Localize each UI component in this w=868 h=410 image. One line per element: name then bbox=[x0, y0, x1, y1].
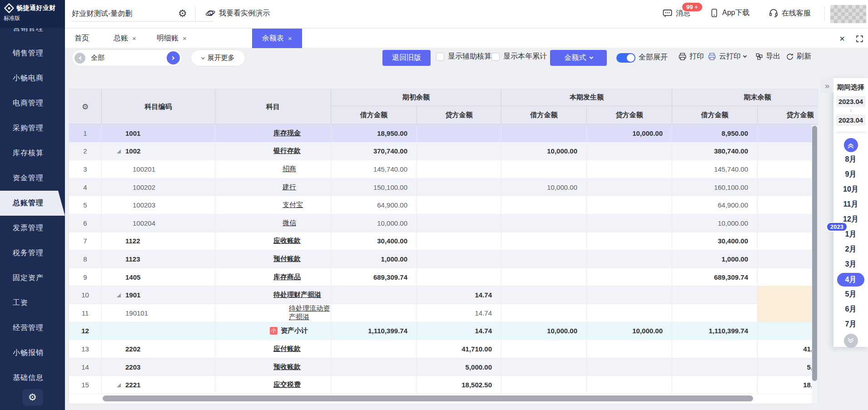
sidebar-item-label: 发票管理 bbox=[13, 223, 44, 233]
sidebar-item-采购管理[interactable]: 采购管理 bbox=[0, 116, 65, 141]
column-settings-button[interactable]: ⚙ bbox=[69, 89, 102, 124]
account-subject-link[interactable]: 银行存款 bbox=[273, 147, 301, 155]
period-from[interactable]: 2023.04 bbox=[836, 96, 865, 107]
table-row[interactable]: 4100202建行150,100.0010,000.00160,100.00 bbox=[69, 178, 818, 197]
chevron-right-icon[interactable] bbox=[167, 51, 180, 64]
scroll-down-button[interactable] bbox=[844, 334, 858, 348]
show-year-total-checkbox[interactable]: 显示本年累计 bbox=[491, 52, 547, 61]
subject-filter-value: 全部 bbox=[91, 54, 104, 62]
account-subject-link[interactable]: 应付账款 bbox=[273, 345, 301, 353]
show-aux-accounting-checkbox[interactable]: 显示辅助核算 bbox=[436, 52, 491, 61]
table-row[interactable]: 81123预付账款1,000.001,000.00 bbox=[69, 250, 818, 268]
amount-cell-qm_j: 10,000.00 bbox=[672, 214, 758, 232]
tab-明细账[interactable]: 明细账× bbox=[148, 29, 196, 48]
sidebar-scrollbar[interactable] bbox=[866, 27, 868, 46]
amount-cell-bq_j: 10,000.00 bbox=[501, 178, 587, 197]
account-subject-link[interactable]: 待处理财产损溢 bbox=[273, 291, 321, 299]
tab-首页[interactable]: 首页 bbox=[68, 29, 96, 48]
collapse-triangle-icon[interactable] bbox=[117, 383, 121, 387]
month-1月[interactable]: 20231月 bbox=[837, 227, 864, 242]
print-button[interactable]: 打印 bbox=[678, 52, 704, 61]
period-panel-collapse-button[interactable]: » bbox=[821, 79, 833, 93]
table-row[interactable]: 3100201招商145,740.00145,740.00 bbox=[69, 160, 818, 178]
account-subject-link[interactable]: 预付账款 bbox=[273, 255, 301, 263]
sidebar-item-工资[interactable]: 工资 bbox=[0, 291, 65, 316]
account-subject-link[interactable]: 库存现金 bbox=[273, 129, 301, 138]
sidebar-item-资金管理[interactable]: 资金管理 bbox=[0, 166, 65, 191]
avatar[interactable] bbox=[830, 5, 866, 23]
sidebar-settings-button[interactable]: ⚙ bbox=[22, 389, 43, 405]
tab-close-icon[interactable]: × bbox=[183, 35, 187, 42]
tab-总账[interactable]: 总账× bbox=[105, 29, 145, 48]
month-3月[interactable]: 3月 bbox=[837, 257, 864, 272]
online-service-button[interactable]: 在线客服 bbox=[769, 8, 811, 18]
account-subject-link[interactable]: 待处理流动资产损溢 bbox=[289, 304, 331, 321]
month-6月[interactable]: 6月 bbox=[837, 302, 864, 317]
vertical-scrollbar[interactable] bbox=[812, 126, 817, 381]
month-2月[interactable]: 2月 bbox=[837, 242, 864, 257]
sidebar-item-库存核算[interactable]: 库存核算 bbox=[0, 141, 65, 166]
account-subject-link[interactable]: 预收账款 bbox=[273, 363, 301, 371]
refresh-button[interactable]: 刷新 bbox=[786, 52, 811, 61]
collapse-triangle-icon[interactable] bbox=[117, 293, 121, 297]
table-row[interactable]: 11001库存现金18,950.0010,000.008,950.00 bbox=[69, 124, 818, 143]
tab-余额表[interactable]: 余额表× bbox=[252, 29, 302, 48]
sidebar-item-经营管理[interactable]: 经营管理 bbox=[0, 316, 65, 341]
account-subject-link[interactable]: 应交税费 bbox=[273, 380, 301, 389]
sidebar-item-基础信息[interactable]: 基础信息 bbox=[0, 366, 65, 390]
month-10月[interactable]: 10月 bbox=[837, 182, 864, 197]
table-row[interactable]: 142203预收账款5,000.005,000.00 bbox=[69, 358, 818, 376]
month-8月[interactable]: 8月 bbox=[837, 152, 864, 167]
table-row[interactable]: 152221应交税费18,502.5018,502.50 bbox=[69, 376, 818, 394]
month-7月[interactable]: 7月 bbox=[837, 317, 864, 332]
export-button[interactable]: 导出 bbox=[755, 52, 780, 61]
expand-all-toggle[interactable] bbox=[616, 53, 635, 63]
sidebar-item-销售管理[interactable]: 销售管理 bbox=[0, 41, 65, 66]
close-icon[interactable]: × bbox=[837, 34, 847, 44]
month-9月[interactable]: 9月 bbox=[837, 167, 864, 182]
account-subject-link[interactable]: 应收账款 bbox=[273, 237, 301, 245]
revert-old-version-button[interactable]: 退回旧版 bbox=[382, 50, 431, 66]
table-row[interactable]: 5100203支付宝64,900.0064,900.00 bbox=[69, 196, 818, 214]
account-subject-link[interactable]: 招商 bbox=[283, 165, 296, 173]
scroll-up-button[interactable] bbox=[844, 138, 858, 152]
table-row[interactable]: 132202应付账款41,710.0041,710.00 bbox=[69, 340, 818, 358]
amount-style-dropdown[interactable]: 金额式 bbox=[550, 50, 607, 66]
sidebar-item-固定资产[interactable]: 固定资产 bbox=[0, 266, 65, 291]
period-to[interactable]: 2023.04 bbox=[836, 114, 865, 126]
sidebar-item-小畅电商[interactable]: 小畅电商 bbox=[0, 66, 65, 91]
demo-link[interactable]: 我要看实例演示 bbox=[205, 8, 270, 18]
table-row[interactable]: 6100204微信10,000.0010,000.00 bbox=[69, 214, 818, 232]
sidebar-item-发票管理[interactable]: 发票管理 bbox=[0, 216, 65, 241]
amount-cell-qc_d bbox=[417, 268, 501, 287]
month-11月[interactable]: 11月 bbox=[837, 197, 864, 212]
sidebar-item-小畅报销[interactable]: 小畅报销 bbox=[0, 341, 65, 366]
table-row[interactable]: 12小资产小计1,110,399.7414.7410,000.0010,000.… bbox=[69, 322, 818, 341]
table-row[interactable]: 91405库存商品689,309.74689,309.74 bbox=[69, 268, 818, 287]
account-select[interactable]: 好业财测试-量勿删 bbox=[72, 6, 213, 22]
account-subject-link[interactable]: 库存商品 bbox=[273, 273, 301, 282]
table-row[interactable]: 21002银行存款370,740.0010,000.00380,740.00 bbox=[69, 143, 818, 161]
table-row[interactable]: 71122应收账款30,400.0030,400.00 bbox=[69, 232, 818, 251]
table-row[interactable]: 11190101待处理流动资产损溢14.74 bbox=[69, 304, 818, 322]
gear-icon[interactable]: ⚙ bbox=[178, 8, 187, 20]
sidebar-item-税务管理[interactable]: 税务管理 bbox=[0, 241, 65, 266]
chevron-left-icon[interactable] bbox=[74, 53, 85, 64]
horizontal-scrollbar[interactable] bbox=[103, 395, 753, 401]
month-4月[interactable]: 4月 bbox=[837, 273, 864, 287]
account-subject-link[interactable]: 支付宝 bbox=[283, 201, 303, 209]
app-download-button[interactable]: App下载 bbox=[709, 8, 749, 18]
tab-close-icon[interactable]: × bbox=[288, 35, 292, 42]
tab-close-icon[interactable]: × bbox=[132, 35, 136, 42]
collapse-triangle-icon[interactable] bbox=[117, 149, 121, 153]
fullscreen-icon[interactable] bbox=[854, 34, 864, 44]
cloud-print-dropdown[interactable]: 云打印 bbox=[708, 52, 746, 61]
account-subject-link[interactable]: 微信 bbox=[283, 219, 296, 227]
sidebar-item-电商管理[interactable]: 电商管理 bbox=[0, 91, 65, 116]
subject-filter-input[interactable]: 全部 bbox=[72, 49, 182, 66]
month-5月[interactable]: 5月 bbox=[837, 287, 864, 302]
table-row[interactable]: 101901待处理财产损溢14.74 bbox=[69, 286, 818, 304]
expand-more-button[interactable]: 展开更多 bbox=[191, 49, 245, 66]
account-subject-link[interactable]: 建行 bbox=[283, 183, 296, 192]
sidebar-item-总账管理[interactable]: 总账管理 bbox=[0, 191, 65, 216]
